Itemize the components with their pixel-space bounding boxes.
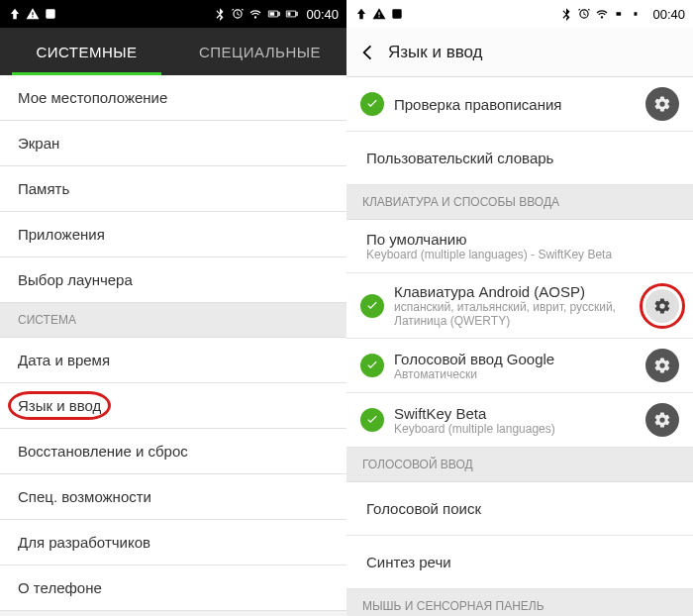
item-title: По умолчанию — [366, 231, 679, 248]
alarm-icon — [231, 7, 245, 21]
language-input-list: Проверка правописания Пользовательский с… — [346, 77, 693, 616]
gear-button-spellcheck[interactable] — [645, 87, 679, 121]
item-label: Дата и время — [18, 352, 110, 368]
check-icon — [360, 354, 384, 377]
phone-right-screen: 00:40 Язык и ввод Проверка правописания … — [346, 0, 693, 616]
gear-icon — [653, 357, 671, 374]
item-label: Выбор лаунчера — [18, 271, 133, 288]
section-system: СИСТЕМА — [0, 303, 346, 338]
page-header: Язык и ввод — [346, 28, 693, 77]
item-display[interactable]: Экран — [0, 121, 346, 166]
battery1-icon — [613, 7, 627, 21]
item-about-phone[interactable]: О телефоне — [0, 565, 346, 611]
item-label: Для разработчиков — [18, 534, 150, 551]
item-title: Клавиатура Android (AOSP) — [394, 283, 636, 300]
battery2-icon — [631, 7, 644, 21]
check-icon — [360, 294, 384, 318]
settings-list: Мое местоположение Экран Память Приложен… — [0, 75, 346, 616]
gear-button-swiftkey[interactable] — [645, 403, 679, 437]
section-mouse: МЫШЬ И СЕНСОРНАЯ ПАНЕЛЬ — [346, 589, 693, 616]
item-voice-search[interactable]: Голосовой поиск — [346, 482, 693, 536]
bluetooth-icon — [559, 7, 573, 21]
phone-left-screen: 00:40 СИСТЕМНЫЕ СПЕЦИАЛЬНЫЕ Мое местопол… — [0, 0, 346, 616]
item-subtitle: Автоматически — [394, 367, 636, 381]
tab-specialnye[interactable]: СПЕЦИАЛЬНЫЕ — [173, 28, 346, 75]
tab-label: СИСТЕМНЫЕ — [36, 44, 137, 60]
check-icon — [360, 408, 384, 432]
item-label: Память — [18, 180, 69, 197]
item-default-keyboard[interactable]: По умолчанию Keyboard (multiple language… — [346, 220, 693, 273]
item-title: Голосовой поиск — [366, 500, 679, 517]
item-language-input[interactable]: Язык и ввод — [0, 383, 346, 429]
bluetooth-icon — [213, 7, 227, 21]
section-voice-input: ГОЛОСОВОЙ ВВОД — [346, 448, 693, 482]
tab-label: СПЕЦИАЛЬНЫЕ — [199, 44, 321, 60]
item-label: Мое местоположение — [18, 89, 167, 106]
tab-systemnye[interactable]: СИСТЕМНЫЕ — [0, 28, 173, 75]
item-apps[interactable]: Приложения — [0, 212, 346, 257]
gear-icon — [653, 411, 671, 429]
item-title: SwiftKey Beta — [394, 405, 636, 422]
gear-button-aosp[interactable] — [645, 289, 679, 323]
item-aosp-keyboard[interactable]: Клавиатура Android (AOSP) испанский, ита… — [346, 273, 693, 339]
section-keyboards: КЛАВИАТУРА И СПОСОБЫ ВВОДА — [346, 185, 693, 220]
item-label: Экран — [18, 135, 59, 152]
item-label: Спец. возможности — [18, 488, 151, 505]
alarm-icon — [577, 7, 591, 21]
warning-icon — [26, 7, 40, 21]
item-subtitle: Keyboard (multiple languages) — [394, 422, 636, 436]
item-datetime[interactable]: Дата и время — [0, 338, 346, 383]
battery1-icon — [266, 7, 280, 21]
item-subtitle: испанский, итальянский, иврит, русский, … — [394, 300, 636, 328]
status-time: 00:40 — [652, 7, 685, 22]
status-bar: 00:40 — [346, 0, 693, 28]
item-spell-check[interactable]: Проверка правописания — [346, 77, 693, 132]
wifi-icon — [595, 7, 609, 21]
gear-button-google-voice[interactable] — [645, 349, 679, 382]
item-backup-reset[interactable]: Восстановление и сброс — [0, 429, 346, 474]
item-accessibility[interactable]: Спец. возможности — [0, 474, 346, 520]
app-icon — [390, 7, 404, 21]
item-title: Голосовой ввод Google — [394, 351, 636, 367]
page-title: Язык и ввод — [388, 43, 483, 62]
item-launcher[interactable]: Выбор лаунчера — [0, 257, 346, 303]
item-user-dictionary[interactable]: Пользовательский словарь — [346, 132, 693, 185]
item-title: Пользовательский словарь — [366, 150, 679, 166]
item-label: Восстановление и сброс — [18, 443, 188, 460]
item-title: Синтез речи — [366, 554, 679, 570]
battery2-icon — [284, 7, 298, 21]
gear-icon — [653, 297, 671, 315]
item-label: О телефоне — [18, 579, 102, 596]
gear-icon — [653, 95, 671, 113]
item-label-highlighted: Язык и ввод — [18, 397, 101, 414]
upload-icon — [354, 7, 368, 21]
status-time: 00:40 — [306, 7, 339, 22]
upload-icon — [8, 7, 22, 21]
item-memory[interactable]: Память — [0, 166, 346, 212]
item-swiftkey[interactable]: SwiftKey Beta Keyboard (multiple languag… — [346, 393, 693, 448]
status-bar: 00:40 — [0, 0, 346, 28]
tabs-header: СИСТЕМНЫЕ СПЕЦИАЛЬНЫЕ — [0, 28, 346, 75]
item-tts[interactable]: Синтез речи — [346, 536, 693, 589]
item-location[interactable]: Мое местоположение — [0, 75, 346, 121]
app-icon — [44, 7, 57, 21]
item-label: Приложения — [18, 226, 105, 243]
item-google-voice[interactable]: Голосовой ввод Google Автоматически — [346, 339, 693, 393]
check-icon — [360, 92, 384, 116]
back-icon[interactable] — [356, 42, 378, 63]
item-developer[interactable]: Для разработчиков — [0, 520, 346, 565]
item-title: Проверка правописания — [394, 96, 636, 113]
wifi-icon — [248, 7, 262, 21]
item-subtitle: Keyboard (multiple languages) - SwiftKey… — [366, 248, 679, 261]
warning-icon — [372, 7, 386, 21]
